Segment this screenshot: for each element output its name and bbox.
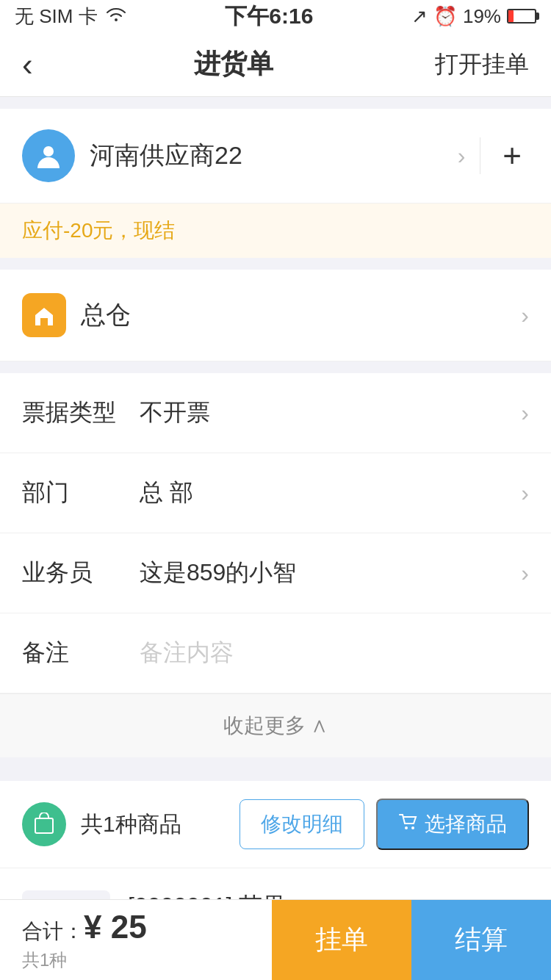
svg-point-5 (411, 826, 414, 829)
settle-button[interactable]: 结算 (411, 900, 551, 980)
total-label: 合计：¥ 25 (22, 909, 250, 945)
dept-label: 部门 (22, 477, 140, 509)
invoice-value: 不开票 (140, 397, 514, 429)
svg-rect-2 (40, 318, 48, 325)
warehouse-icon (22, 293, 66, 337)
sales-value: 这是859的小智 (140, 557, 514, 589)
footer: 合计：¥ 25 共1种 挂单 结算 (0, 899, 551, 980)
supplier-avatar (22, 129, 75, 182)
page-title: 进货单 (194, 46, 273, 82)
total-sub: 共1种 (22, 948, 250, 972)
product-section-icon (22, 802, 66, 846)
note-row[interactable]: 备注 备注内容 (0, 613, 551, 693)
supplier-chevron-icon: › (458, 143, 466, 170)
footer-total: 合计：¥ 25 共1种 (0, 900, 272, 980)
select-product-label: 选择商品 (425, 810, 507, 838)
dept-chevron-icon: › (521, 480, 529, 507)
battery-icon (507, 9, 536, 24)
divider (480, 137, 480, 174)
open-hang-button[interactable]: 打开挂单 (435, 48, 529, 81)
svg-point-1 (43, 146, 54, 156)
sales-row[interactable]: 业务员 这是859的小智 › (0, 533, 551, 613)
battery-text: 19% (463, 5, 501, 28)
svg-point-0 (115, 18, 118, 21)
product-count: 共1种商品 (81, 810, 240, 840)
edit-detail-button[interactable]: 修改明细 (240, 799, 364, 849)
status-right: ↗ ⏰ 19% (411, 5, 536, 28)
status-time: 下午6:16 (225, 1, 313, 32)
status-bar: 无 SIM 卡 下午6:16 ↗ ⏰ 19% (0, 0, 551, 32)
dept-row[interactable]: 部门 总 部 › (0, 453, 551, 533)
supplier-info-bar: 应付-20元，现结 (0, 203, 551, 258)
total-amount: ¥ 25 (84, 909, 147, 945)
select-product-button[interactable]: 选择商品 (376, 799, 529, 850)
note-input[interactable]: 备注内容 (140, 637, 529, 669)
add-supplier-button[interactable]: + (495, 137, 529, 174)
status-carrier: 无 SIM 卡 (15, 4, 127, 29)
supplier-name: 河南供应商22 (90, 139, 450, 173)
svg-point-4 (405, 826, 408, 829)
product-header: 共1种商品 修改明细 选择商品 (0, 781, 551, 868)
invoice-label: 票据类型 (22, 397, 140, 429)
invoice-chevron-icon: › (521, 400, 529, 427)
invoice-row[interactable]: 票据类型 不开票 › (0, 373, 551, 453)
alarm-icon: ⏰ (433, 5, 457, 28)
supplier-section: 河南供应商22 › + 应付-20元，现结 (0, 109, 551, 258)
svg-rect-3 (35, 818, 53, 833)
wifi-icon (105, 5, 127, 28)
cart-icon (398, 813, 419, 836)
warehouse-chevron-icon: › (521, 302, 529, 329)
hang-button[interactable]: 挂单 (272, 900, 411, 980)
carrier-text: 无 SIM 卡 (15, 4, 98, 29)
location-icon: ↗ (411, 5, 428, 28)
warehouse-section: 总仓 › (0, 270, 551, 361)
warehouse-name: 总仓 (81, 298, 514, 332)
back-button[interactable]: ‹ (22, 46, 33, 83)
form-section: 票据类型 不开票 › 部门 总 部 › 业务员 这是859的小智 › 备注 备注… (0, 373, 551, 757)
collapse-bar[interactable]: 收起更多 ∧ (0, 693, 551, 757)
warehouse-row[interactable]: 总仓 › (0, 270, 551, 361)
note-label: 备注 (22, 637, 140, 669)
supplier-row[interactable]: 河南供应商22 › + (0, 109, 551, 203)
sales-chevron-icon: › (521, 560, 529, 587)
sales-label: 业务员 (22, 557, 140, 589)
dept-value: 总 部 (140, 477, 514, 509)
nav-bar: ‹ 进货单 打开挂单 (0, 32, 551, 97)
